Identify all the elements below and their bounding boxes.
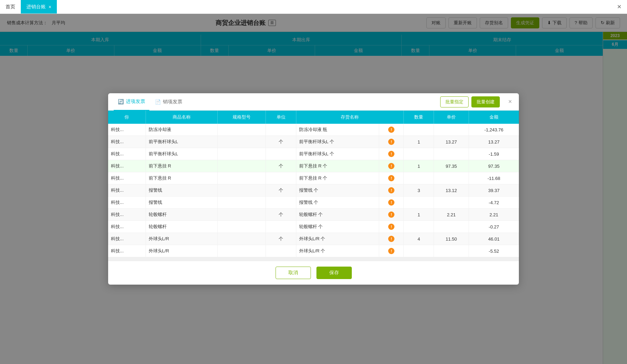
purchase-invoice-icon: 🔄 <box>118 99 124 104</box>
table-row: 科技... 外球头L/R 外球头L/R 个 ! -5.52 <box>108 245 519 257</box>
window-close-icon: ✕ <box>617 3 621 10</box>
table-row: 科技... 轮毂螺杆 轮毂螺杆 个 ! -0.27 <box>108 221 519 233</box>
cell-product: 外球头L/R <box>146 245 217 257</box>
batch-create-button[interactable]: 批量创建 <box>471 96 500 107</box>
modal-dialog: 🔄 进项发票 📄 销项发票 批量指定 批量创建 × <box>108 93 519 285</box>
cell-amount: -4.72 <box>469 197 519 209</box>
th-unit-price: 单价 <box>434 111 469 124</box>
cell-amount: 13.27 <box>469 136 519 148</box>
modal-header: 🔄 进项发票 📄 销项发票 批量指定 批量创建 × <box>108 93 519 111</box>
sales-invoice-icon: 📄 <box>155 99 161 105</box>
save-button[interactable]: 保存 <box>316 267 352 279</box>
warning-icon: ! <box>388 211 394 218</box>
cell-qty <box>404 124 434 136</box>
table-scrollbar[interactable] <box>108 257 519 261</box>
cell-spec <box>217 160 266 172</box>
cell-amount: 2.21 <box>469 209 519 221</box>
active-tab[interactable]: 进销台账 × <box>21 0 57 14</box>
cell-amount: -0.27 <box>469 221 519 233</box>
cell-unit-price <box>434 245 469 257</box>
warning-icon: ! <box>388 127 394 133</box>
cell-inventory: 轮毂螺杆 个 <box>296 221 379 233</box>
cell-unit <box>266 221 296 233</box>
warning-icon: ! <box>388 224 394 230</box>
cell-product: 报警线 <box>146 184 217 197</box>
cell-spec <box>217 124 266 136</box>
tab-purchase-invoice[interactable]: 🔄 进项发票 <box>114 93 149 111</box>
modal-table-body: 科技... 防冻冷却液 防冻冷却液 瓶 ! -1,243.76 科技... 前平… <box>108 124 519 257</box>
cell-spec <box>217 197 266 209</box>
warning-icon: ! <box>388 175 394 181</box>
cell-inventory: 报警线 个 <box>296 184 379 197</box>
cell-unit-price: 97.35 <box>434 160 469 172</box>
cell-vendor: 科技... <box>108 245 146 257</box>
cell-vendor: 科技... <box>108 148 146 160</box>
cell-unit-price <box>434 124 469 136</box>
th-product-name: 商品名称 <box>146 111 217 124</box>
cell-unit-price: 13.27 <box>434 136 469 148</box>
warning-icon: ! <box>388 151 394 157</box>
cell-inventory: 外球头L/R 个 <box>296 245 379 257</box>
cell-spec <box>217 233 266 245</box>
cell-qty <box>404 172 434 184</box>
table-row: 科技... 前平衡杆球头L 个 前平衡杆球头L 个 ! 1 13.27 13.2… <box>108 136 519 148</box>
cell-unit-price <box>434 221 469 233</box>
cell-inventory: 前平衡杆球头L 个 <box>296 148 379 160</box>
tab-purchase-invoice-label: 进项发票 <box>126 98 145 105</box>
cell-qty <box>404 221 434 233</box>
modal-close-button[interactable]: × <box>507 96 513 107</box>
th-amount: 金额 <box>469 111 519 124</box>
tab-close-icon[interactable]: × <box>49 4 51 10</box>
table-row: 科技... 报警线 个 报警线 个 ! 3 13.12 39.37 <box>108 184 519 197</box>
home-tab[interactable]: 首页 <box>0 0 21 14</box>
cell-qty <box>404 197 434 209</box>
cell-qty: 4 <box>404 233 434 245</box>
cell-unit <box>266 124 296 136</box>
modal-footer: 取消 保存 <box>108 261 519 285</box>
cell-unit: 个 <box>266 184 296 197</box>
cell-inventory: 报警线 个 <box>296 197 379 209</box>
modal-table-wrap: 你 商品名称 规格型号 单位 存货名称 数量 单价 金额 科技... 防冻冷却液 <box>108 111 519 261</box>
cell-warning: ! <box>379 172 404 184</box>
cell-amount: 46.01 <box>469 233 519 245</box>
cell-unit: 个 <box>266 209 296 221</box>
cell-amount: -1,243.76 <box>469 124 519 136</box>
modal-overlay: 🔄 进项发票 📄 销项发票 批量指定 批量创建 × <box>0 14 627 364</box>
cell-vendor: 科技... <box>108 124 146 136</box>
cell-warning: ! <box>379 233 404 245</box>
table-row: 科技... 防冻冷却液 防冻冷却液 瓶 ! -1,243.76 <box>108 124 519 136</box>
warning-icon: ! <box>388 236 394 242</box>
cell-vendor: 科技... <box>108 160 146 172</box>
cell-inventory: 前平衡杆球头L 个 <box>296 136 379 148</box>
cell-unit-price <box>434 172 469 184</box>
cell-warning: ! <box>379 209 404 221</box>
cell-warning: ! <box>379 136 404 148</box>
window-close-button[interactable]: ✕ <box>611 0 627 14</box>
cell-spec <box>217 184 266 197</box>
cancel-button[interactable]: 取消 <box>276 267 311 279</box>
tab-sales-invoice-label: 销项发票 <box>163 99 182 105</box>
cell-vendor: 科技... <box>108 184 146 197</box>
cell-warning: ! <box>379 124 404 136</box>
cell-inventory: 轮毂螺杆 个 <box>296 209 379 221</box>
cell-qty: 3 <box>404 184 434 197</box>
cell-unit: 个 <box>266 160 296 172</box>
cell-warning: ! <box>379 197 404 209</box>
table-row: 科技... 报警线 报警线 个 ! -4.72 <box>108 197 519 209</box>
cell-product: 防冻冷却液 <box>146 124 217 136</box>
home-label: 首页 <box>6 4 15 10</box>
warning-icon: ! <box>388 139 394 145</box>
tab-sales-invoice[interactable]: 📄 销项发票 <box>151 93 186 111</box>
cell-unit-price <box>434 197 469 209</box>
cell-spec <box>217 209 266 221</box>
table-row: 科技... 前下悬挂 R 前下悬挂 R 个 ! -11.68 <box>108 172 519 184</box>
th-unit: 单位 <box>266 111 296 124</box>
table-row: 科技... 外球头L/R 个 外球头L/R 个 ! 4 11.50 46.01 <box>108 233 519 245</box>
th-inventory-name: 存货名称 <box>296 111 404 124</box>
cell-vendor: 科技... <box>108 172 146 184</box>
batch-assign-button[interactable]: 批量指定 <box>440 96 469 107</box>
cell-spec <box>217 245 266 257</box>
warning-icon: ! <box>388 187 394 193</box>
modal-table: 你 商品名称 规格型号 单位 存货名称 数量 单价 金额 科技... 防冻冷却液 <box>108 111 519 257</box>
cell-unit-price: 2.21 <box>434 209 469 221</box>
